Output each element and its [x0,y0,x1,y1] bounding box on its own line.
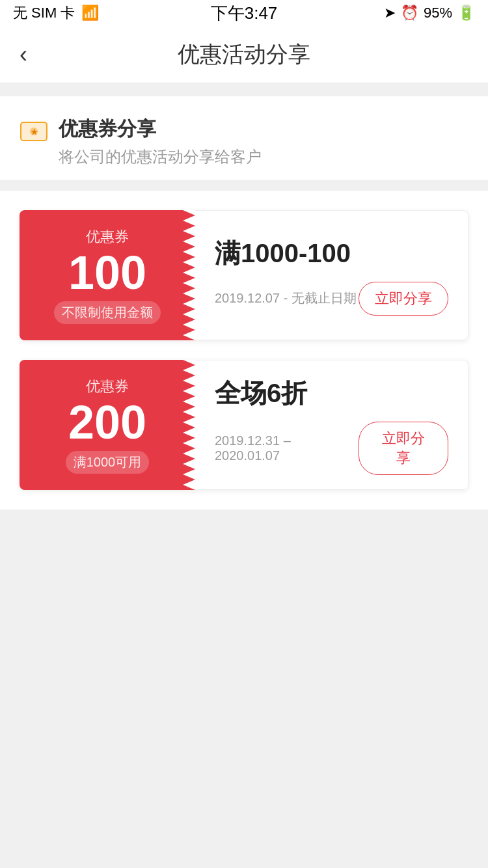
section-subtitle: 将公司的优惠活动分享给客户 [59,146,262,167]
coupon-date-2: 2019.12.31 – 2020.01.07 [215,433,359,463]
section-header: ★ 优惠券分享 将公司的优惠活动分享给客户 [0,96,488,180]
coupons-container: 优惠券 100 不限制使用金额 满1000-100 2019.12.07 - 无… [0,191,488,509]
alarm-icon: ⏰ [401,5,418,21]
section-title: 优惠券分享 [59,116,262,142]
coupon-left-1: 优惠券 100 不限制使用金额 [20,210,195,340]
coupon-left-2: 优惠券 200 满1000可用 [20,360,195,490]
share-button-2[interactable]: 立即分享 [359,422,448,475]
status-time: 下午3:47 [211,2,278,25]
no-sim-label: 无 SIM 卡 [13,3,75,23]
section-text: 优惠券分享 将公司的优惠活动分享给客户 [59,116,262,167]
coupon-label-2: 优惠券 [86,377,129,396]
battery-label: 95% [424,5,452,21]
nav-bar: ‹ 优惠活动分享 [0,26,488,83]
status-bar: 无 SIM 卡 📶 下午3:47 ➤ ⏰ 95% 🔋 [0,0,488,26]
coupon-label-1: 优惠券 [86,227,129,247]
coupon-amount-2: 200 [68,399,146,446]
coupon-amount-1: 100 [68,249,146,296]
coupon-condition-2: 满1000可用 [66,451,150,474]
status-right: ➤ ⏰ 95% 🔋 [384,5,475,21]
coupon-title-2: 全场6折 [215,375,448,411]
svg-text:★: ★ [31,128,38,137]
coupon-condition-1: 不限制使用金额 [54,301,161,324]
share-button-1[interactable]: 立即分享 [359,282,448,316]
coupon-date-1: 2019.12.07 - 无截止日期 [215,290,357,307]
section-coupon-icon: ★ [20,117,48,146]
coupon-card-1: 优惠券 100 不限制使用金额 满1000-100 2019.12.07 - 无… [20,210,468,340]
coupon-card-2: 优惠券 200 满1000可用 全场6折 2019.12.31 – 2020.0… [20,360,468,490]
coupon-right-2: 全场6折 2019.12.31 – 2020.01.07 立即分享 [195,360,468,490]
coupon-bottom-2: 2019.12.31 – 2020.01.07 立即分享 [215,422,448,475]
coupon-bottom-1: 2019.12.07 - 无截止日期 立即分享 [215,282,448,316]
back-button[interactable]: ‹ [20,41,27,68]
wifi-icon: 📶 [81,5,99,21]
battery-icon: 🔋 [457,5,475,21]
coupon-title-1: 满1000-100 [215,236,448,271]
status-left: 无 SIM 卡 📶 [13,3,99,23]
location-icon: ➤ [384,5,396,21]
page-title: 优惠活动分享 [178,40,310,70]
coupon-right-1: 满1000-100 2019.12.07 - 无截止日期 立即分享 [195,210,468,340]
